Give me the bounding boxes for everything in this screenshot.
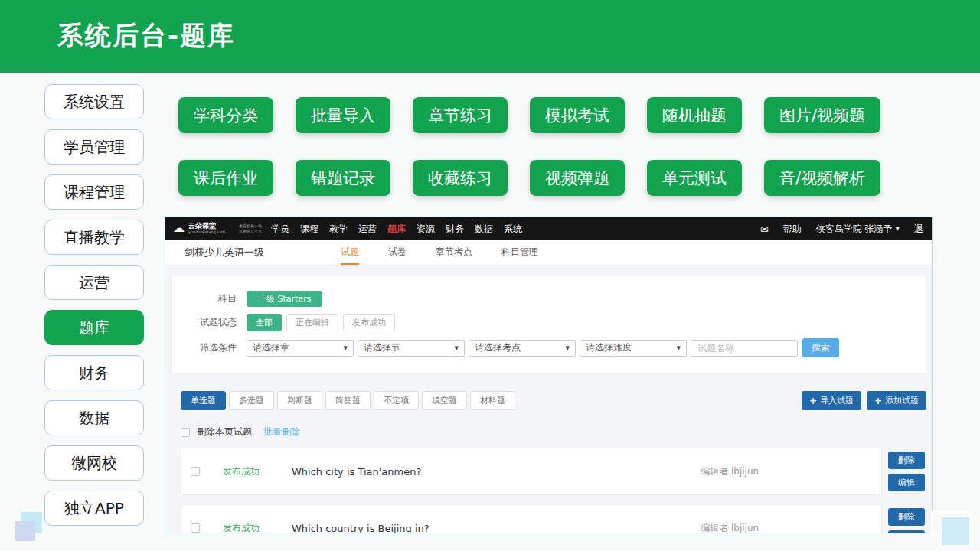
chevron-down-icon: ▼ <box>344 345 348 351</box>
edit-button[interactable]: 编辑 <box>888 474 925 491</box>
edit-button[interactable]: 编辑 <box>888 530 925 533</box>
nav-item-courses[interactable]: 课程 <box>300 223 318 236</box>
feature-video-popup-questions[interactable]: 视频弹题 <box>530 160 625 196</box>
section-select[interactable]: 请选择节 ▼ <box>358 340 465 357</box>
help-link[interactable]: 帮助 <box>783 223 802 236</box>
logo-slogan-line1: 教育机构一站 <box>239 223 262 228</box>
sidebar-item-operations[interactable]: 运营 <box>44 265 144 300</box>
row-action-buttons: 删除 编辑 <box>882 504 926 533</box>
feature-subject-classification[interactable]: 学科分类 <box>178 97 273 133</box>
delete-button[interactable]: 删除 <box>888 452 925 469</box>
condition-label: 筛选条件 <box>172 341 237 354</box>
sidebar-item-finance[interactable]: 财务 <box>44 355 144 390</box>
decor-square <box>942 517 969 545</box>
qtype-material[interactable]: 材料题 <box>470 391 515 410</box>
logo-slogan-line2: 式教育云平台 <box>239 229 262 233</box>
sidebar-item-question-bank[interactable]: 题库 <box>44 310 144 345</box>
question-row: 发布成功 Which city is Tian'anmen? 编辑者 lbjij… <box>181 448 926 495</box>
question-type-row: 单选题 多选题 判断题 简答题 不定项 填空题 材料题 + 导入试题 + 添加试… <box>171 391 926 410</box>
feature-audio-video-analysis[interactable]: 音/视频解析 <box>764 160 880 196</box>
question-row: 发布成功 Which country is Beijing in? 编辑者 lb… <box>181 504 926 533</box>
cloud-logo-icon: ☁ <box>173 223 185 234</box>
question-text: Which city is Tian'anmen? <box>292 466 421 478</box>
plus-icon: + <box>809 396 817 406</box>
logo-slogan: 教育机构一站 式教育云平台 <box>239 223 262 233</box>
exam-point-select[interactable]: 请选择考点 ▼ <box>469 340 576 357</box>
tab-questions[interactable]: 试题 <box>341 240 359 265</box>
feature-homework[interactable]: 课后作业 <box>178 160 273 196</box>
nav-item-students[interactable]: 学员 <box>271 223 289 236</box>
sidebar-item-system-settings[interactable]: 系统设置 <box>44 84 144 119</box>
user-menu[interactable]: 侠客岛学院 张涵予 ▼ <box>816 223 900 236</box>
nav-item-system[interactable]: 系统 <box>504 223 522 236</box>
tab-subject-management[interactable]: 科目管理 <box>501 240 538 265</box>
import-questions-button[interactable]: + 导入试题 <box>802 391 861 410</box>
app-logo: ☁ 云朵课堂 yunduoketang.com 教育机构一站 式教育云平台 <box>173 223 259 234</box>
feature-random-questions[interactable]: 随机抽题 <box>647 97 742 133</box>
decor-square <box>15 521 35 541</box>
feature-favorite-practice[interactable]: 收藏练习 <box>413 160 508 196</box>
messages-envelope-icon[interactable]: ✉ <box>760 223 769 235</box>
nav-item-teaching[interactable]: 教学 <box>329 223 348 236</box>
nav-item-data[interactable]: 数据 <box>475 223 493 236</box>
search-button[interactable]: 搜索 <box>802 338 839 357</box>
nav-item-finance[interactable]: 财务 <box>446 223 464 236</box>
qtype-indefinite[interactable]: 不定项 <box>374 391 419 410</box>
tab-chapter-points[interactable]: 章节考点 <box>436 240 472 265</box>
status-badge: 发布成功 <box>223 522 260 534</box>
question-checkbox[interactable] <box>191 467 200 476</box>
row-action-buttons: 删除 编辑 <box>882 448 926 495</box>
status-all-button[interactable]: 全部 <box>247 314 282 331</box>
bulk-delete-row: 删除本页试题 批量删除 <box>181 425 926 439</box>
nav-item-question-bank[interactable]: 题库 <box>387 223 406 236</box>
chapter-select[interactable]: 请选择章 ▼ <box>247 340 354 357</box>
feature-wrong-question-record[interactable]: 错题记录 <box>296 160 390 196</box>
nav-item-operations[interactable]: 运营 <box>358 223 377 236</box>
select-all-checkbox[interactable] <box>181 428 190 437</box>
app-screenshot: ☁ 云朵课堂 yunduoketang.com 教育机构一站 式教育云平台 学员… <box>165 217 933 533</box>
question-actions: + 导入试题 + 添加试题 <box>802 391 926 410</box>
feature-image-video-questions[interactable]: 图片/视频题 <box>764 97 880 133</box>
question-editor: 编辑者 lbjijun <box>701 465 759 478</box>
sidebar-item-micro-school[interactable]: 微网校 <box>44 445 144 481</box>
delete-button[interactable]: 删除 <box>888 508 925 526</box>
sidebar-item-standalone-app[interactable]: 独立APP <box>44 491 144 526</box>
batch-delete-link[interactable]: 批量删除 <box>263 425 300 439</box>
feature-unit-test[interactable]: 单元测试 <box>647 160 742 196</box>
add-question-button[interactable]: + 添加试题 <box>867 391 926 410</box>
delete-page-label: 删除本页试题 <box>197 425 252 439</box>
logo-domain: yunduoketang.com <box>188 230 225 235</box>
tab-papers[interactable]: 试卷 <box>388 240 407 265</box>
nav-item-resources[interactable]: 资源 <box>416 223 435 236</box>
qtype-single-choice[interactable]: 单选题 <box>181 391 226 410</box>
sidebar-item-student-management[interactable]: 学员管理 <box>44 129 144 165</box>
qtype-short-answer[interactable]: 简答题 <box>325 391 371 410</box>
page-title: 系统后台-题库 <box>57 18 235 54</box>
subject-tag-level1-starters[interactable]: 一级 Starters <box>247 291 322 307</box>
chevron-down-icon: ▼ <box>566 345 570 351</box>
app-top-nav: ☁ 云朵课堂 yunduoketang.com 教育机构一站 式教育云平台 学员… <box>165 217 932 240</box>
logout-link[interactable]: 退出 <box>914 223 924 236</box>
page-banner: 系统后台-题库 <box>0 0 980 73</box>
status-editing-button[interactable]: 正在编辑 <box>286 314 338 331</box>
sidebar-item-data[interactable]: 数据 <box>44 400 144 435</box>
feature-batch-import[interactable]: 批量导入 <box>296 97 390 133</box>
qtype-true-false[interactable]: 判断题 <box>277 391 322 410</box>
feature-row-2: 课后作业 错题记录 收藏练习 视频弹题 单元测试 音/视频解析 <box>178 160 936 196</box>
qtype-multiple-choice[interactable]: 多选题 <box>229 391 274 410</box>
qtype-fill-blank[interactable]: 填空题 <box>422 391 467 410</box>
chevron-down-icon: ▼ <box>455 345 459 351</box>
feature-row-1: 学科分类 批量导入 章节练习 模拟考试 随机抽题 图片/视频题 <box>178 97 936 133</box>
chevron-down-icon: ▼ <box>896 226 900 232</box>
question-checkbox[interactable] <box>191 523 200 533</box>
logo-text: 云朵课堂 yunduoketang.com <box>188 223 225 234</box>
sidebar-item-course-management[interactable]: 课程管理 <box>44 174 144 210</box>
app-nav-right: ✉ 帮助 侠客岛学院 张涵予 ▼ 退出 <box>760 223 924 236</box>
sidebar-item-live-teaching[interactable]: 直播教学 <box>44 220 144 255</box>
feature-mock-exam[interactable]: 模拟考试 <box>530 97 625 133</box>
status-published-button[interactable]: 发布成功 <box>343 314 395 331</box>
question-name-input[interactable] <box>691 340 798 357</box>
difficulty-select[interactable]: 请选择难度 ▼ <box>580 340 687 357</box>
feature-chapter-practice[interactable]: 章节练习 <box>413 97 508 133</box>
filter-row-conditions: 筛选条件 请选择章 ▼ 请选择节 ▼ 请选择考点 ▼ 请选择难度 ▼ <box>172 338 926 357</box>
